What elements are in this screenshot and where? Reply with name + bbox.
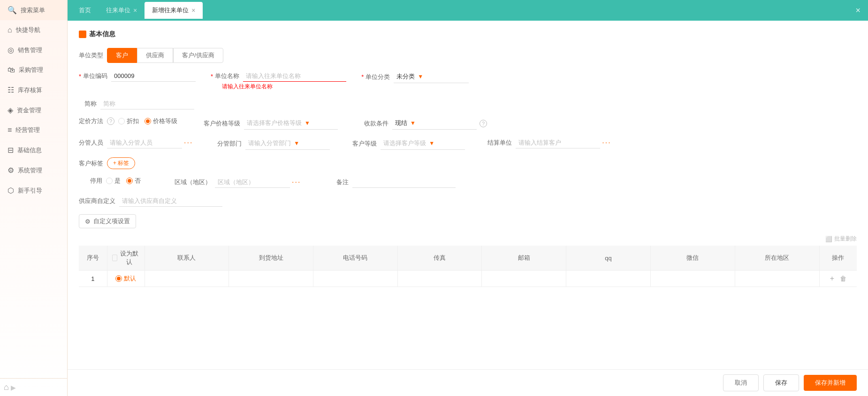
code-input[interactable] <box>111 70 196 82</box>
pricing-label: 定价方法 <box>79 117 103 125</box>
sidebar-item-guide[interactable]: ⬡ 新手引导 <box>0 180 67 201</box>
disabled-radio-no[interactable]: 否 <box>126 177 141 185</box>
sidebar-item-finance[interactable]: ◈ 资金管理 <box>0 100 67 120</box>
sidebar-item-system[interactable]: ⚙ 系统管理 <box>0 160 67 180</box>
cell-phone[interactable] <box>313 271 397 287</box>
col-phone: 电话号码 <box>313 246 397 271</box>
cancel-button[interactable]: 取消 <box>723 374 759 391</box>
customer-level-arrow-icon: ▼ <box>429 140 434 147</box>
guide-icon: ⬡ <box>8 186 14 195</box>
home-icon: ⌂ <box>4 382 9 392</box>
email-input[interactable] <box>487 275 561 282</box>
sidebar-item-search[interactable]: 🔍 搜索菜单 <box>0 0 67 20</box>
payment-group: 收款条件 现结 ▼ ? <box>364 117 487 130</box>
abbr-group: 简称 <box>79 98 194 109</box>
type-btn-supplier[interactable]: 供应商 <box>137 48 173 63</box>
close-tab-counterparty[interactable]: × <box>133 7 137 14</box>
header-checkbox[interactable] <box>112 255 118 261</box>
category-select[interactable]: 未分类 ▼ <box>394 70 469 83</box>
close-all-tabs[interactable]: × <box>852 4 864 17</box>
manager-input[interactable] <box>107 137 182 148</box>
sidebar-item-operation[interactable]: ≡ 经营管理 <box>0 120 67 140</box>
pricing-radio-group: 折扣 价格等级 <box>118 117 177 125</box>
system-icon: ⚙ <box>8 166 14 175</box>
default-radio[interactable]: 默认 <box>112 274 140 283</box>
manager-more-btn[interactable]: ··· <box>182 139 195 147</box>
add-tag-button[interactable]: + 标签 <box>107 157 135 169</box>
tab-home[interactable]: 首页 <box>71 2 99 19</box>
dept-group: 分管部门 请输入分管部门 ▼ <box>217 137 330 150</box>
type-btn-both[interactable]: 客户/供应商 <box>173 48 223 63</box>
unit-type-buttons: 客户 供应商 客户/供应商 <box>107 48 223 63</box>
tag-group: 客户标签 + 标签 <box>79 157 135 169</box>
customer-level-select[interactable]: 请选择客户等级 ▼ <box>381 137 465 150</box>
remark-input[interactable] <box>352 177 456 188</box>
cell-email[interactable] <box>482 271 566 287</box>
close-tab-new-counterparty[interactable]: × <box>191 7 195 14</box>
payment-select[interactable]: 现结 ▼ <box>392 117 477 130</box>
row-region-input[interactable] <box>740 275 815 282</box>
batch-delete-icon: ⬜ <box>825 236 832 242</box>
sidebar-item-quicknav[interactable]: ⌂ 快捷导航 <box>0 20 67 40</box>
cell-address[interactable] <box>229 271 313 287</box>
pricing-radio-discount[interactable]: 折扣 <box>118 117 139 125</box>
basicinfo-icon: ⊟ <box>8 146 14 155</box>
settlement-input[interactable] <box>516 137 600 148</box>
type-btn-customer[interactable]: 客户 <box>107 48 137 63</box>
cell-default: 默认 <box>107 271 145 287</box>
qq-input[interactable] <box>571 275 646 282</box>
sidebar-item-purchase[interactable]: 🛍 采购管理 <box>0 60 67 80</box>
table-row: 1 默认 + <box>79 271 857 287</box>
manager-group: 分管人员 ··· <box>79 137 195 148</box>
settings-gear-icon: ⚙ <box>85 218 91 225</box>
save-add-button[interactable]: 保存并新增 <box>804 375 857 391</box>
pricing-radio-level[interactable]: 价格等级 <box>145 117 177 125</box>
main-area: 首页 往来单位 × 新增往来单位 × × 基本信息 单位类型 客户 供应商 客 <box>68 0 868 396</box>
add-row-button[interactable]: + <box>829 273 835 283</box>
cell-contact[interactable] <box>145 271 229 287</box>
supplier-custom-row: 供应商自定义 <box>79 195 857 207</box>
pricing-group: 定价方法 ? 折扣 价格等级 <box>79 117 177 125</box>
address-input[interactable] <box>234 275 308 282</box>
tab-new-counterparty[interactable]: 新增往来单位 × <box>145 2 203 19</box>
supplier-custom-input[interactable] <box>119 195 222 207</box>
nav-icon: ⌂ <box>8 26 12 34</box>
dept-label: 分管部门 <box>217 140 242 148</box>
contact-table: 序号 设为默认 联系人 到货地址 电话号码 传真 邮箱 qq 微信 所在地区 操… <box>79 246 857 287</box>
cell-qq[interactable] <box>566 271 651 287</box>
delete-row-button[interactable]: 🗑 <box>839 274 847 283</box>
abbr-input[interactable] <box>100 98 194 109</box>
sidebar-item-inventory[interactable]: ☷ 库存核算 <box>0 80 67 100</box>
col-qq: qq <box>566 246 651 271</box>
tab-bar: 首页 往来单位 × 新增往来单位 × × <box>68 0 868 21</box>
custom-settings-button[interactable]: ⚙ 自定义项设置 <box>79 214 136 228</box>
region-input[interactable] <box>215 177 290 188</box>
customer-price-level-select[interactable]: 请选择客户价格等级 ▼ <box>244 117 338 130</box>
batch-delete-btn[interactable]: ⬜ 批量删除 <box>825 235 857 243</box>
cell-region[interactable] <box>735 271 819 287</box>
cell-fax[interactable] <box>397 271 482 287</box>
save-button[interactable]: 保存 <box>763 374 799 391</box>
settlement-more-btn[interactable]: ··· <box>600 139 613 147</box>
cell-wechat[interactable] <box>650 271 735 287</box>
tab-counterparty[interactable]: 往来单位 × <box>99 2 145 19</box>
wechat-input[interactable] <box>655 275 730 282</box>
contact-input[interactable] <box>150 275 224 282</box>
sidebar-item-basicinfo[interactable]: ⊟ 基础信息 <box>0 140 67 160</box>
sidebar-item-sales[interactable]: ◎ 销售管理 <box>0 40 67 60</box>
phone-input[interactable] <box>318 275 393 282</box>
section-icon <box>79 31 86 38</box>
name-label: 单位名称 <box>215 72 239 80</box>
payment-help-icon[interactable]: ? <box>480 120 487 127</box>
price-level-arrow-icon: ▼ <box>305 120 310 126</box>
region-more-btn[interactable]: ··· <box>290 178 303 186</box>
fax-input[interactable] <box>403 275 477 282</box>
name-input[interactable] <box>243 70 346 82</box>
disabled-radio-group: 是 否 <box>106 177 141 185</box>
dept-select[interactable]: 请输入分管部门 ▼ <box>245 137 330 150</box>
customer-price-level-label: 客户价格等级 <box>204 119 240 128</box>
customer-price-level-group: 客户价格等级 请选择客户价格等级 ▼ <box>204 117 338 130</box>
disabled-radio-yes[interactable]: 是 <box>106 177 121 185</box>
pricing-help-icon[interactable]: ? <box>107 117 114 125</box>
inventory-icon: ☷ <box>8 85 14 94</box>
